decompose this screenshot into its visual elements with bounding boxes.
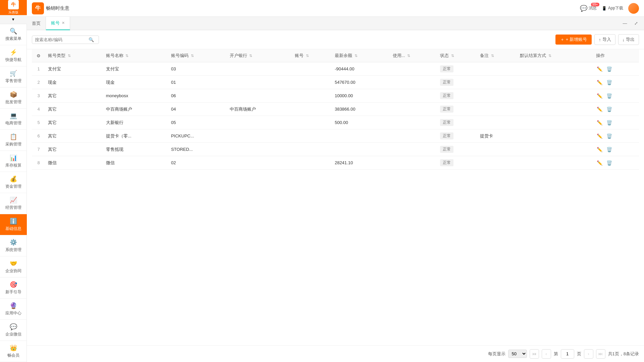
sidebar-item-inventory[interactable]: 📊 库存核算	[0, 151, 27, 172]
col-default-settlement[interactable]: 默认结算方式 ⇅	[517, 49, 593, 62]
row-balance	[332, 129, 390, 143]
sidebar-item-quicknav[interactable]: ⚡ 快捷导航	[0, 45, 27, 66]
row-type: 现金	[45, 76, 103, 89]
col-name[interactable]: 账号名称 ⇅	[103, 49, 168, 62]
row-type: 其它	[45, 129, 103, 143]
row-balance: 500.00	[332, 116, 390, 129]
col-type[interactable]: 账号类型 ⇅	[45, 49, 103, 62]
chevron-down-icon: ▾	[12, 17, 14, 22]
row-default-settlement	[517, 89, 593, 103]
tab-home[interactable]: 首页	[27, 17, 46, 30]
first-page-button[interactable]: ⏮	[530, 349, 539, 359]
tab-minimize-button[interactable]: —	[620, 19, 630, 28]
delete-button[interactable]: 🗑️	[606, 93, 613, 99]
tab-maximize-button[interactable]: ⤢	[631, 19, 641, 28]
edit-button[interactable]: ✏️	[596, 133, 603, 139]
download-button[interactable]: 📱 App下载	[602, 5, 623, 11]
delete-button[interactable]: 🗑️	[606, 79, 613, 86]
row-usage	[390, 62, 437, 76]
edit-button[interactable]: ✏️	[596, 119, 603, 126]
sidebar-item-enterprise[interactable]: 🤝 企业协同	[0, 256, 27, 278]
messages-label: 消息	[589, 5, 597, 11]
row-status: 正常	[437, 62, 477, 76]
row-name: 大新银行	[103, 116, 168, 129]
edit-button[interactable]: ✏️	[596, 160, 603, 166]
topbar: 牛 畅销时生意 💬 消息 99+ 📱 App下载	[27, 0, 644, 17]
sidebar-item-appcenter[interactable]: 🔮 应用中心	[0, 299, 27, 320]
sidebar-item-finance[interactable]: 💰 资金管理	[0, 172, 27, 193]
tab-close-icon[interactable]: ✕	[62, 21, 65, 25]
col-code[interactable]: 账号编码 ⇅	[168, 49, 227, 62]
last-page-button[interactable]: ⏭	[596, 349, 605, 359]
sidebar-item-operations[interactable]: 📈 经营管理	[0, 193, 27, 214]
row-num: 8	[32, 156, 45, 170]
toolbar-left: 🔍	[32, 36, 99, 44]
row-bank: 中百商场账户	[227, 103, 292, 116]
row-account	[292, 143, 332, 156]
sidebar-item-system[interactable]: ⚙️ 系统管理	[0, 235, 27, 256]
row-actions: ✏️ 🗑️	[593, 116, 639, 129]
row-usage	[390, 103, 437, 116]
row-status: 正常	[437, 129, 477, 143]
row-balance: 28241.10	[332, 156, 390, 170]
col-settings[interactable]: ⚙	[32, 49, 45, 62]
edit-button[interactable]: ✏️	[596, 66, 603, 72]
col-bank[interactable]: 开户银行 ⇅	[227, 49, 292, 62]
row-code: PICKUPC...	[168, 129, 227, 143]
tab-account[interactable]: 账号 ✕	[46, 17, 70, 30]
delete-button[interactable]: 🗑️	[606, 106, 613, 113]
tab-home-label: 首页	[32, 20, 41, 26]
delete-button[interactable]: 🗑️	[606, 66, 613, 72]
sidebar-item-wechat[interactable]: 💬 企业微信	[0, 320, 27, 341]
col-usage[interactable]: 使用... ⇅	[390, 49, 437, 62]
messages-button[interactable]: 💬 消息 99+	[580, 5, 597, 12]
col-account[interactable]: 账号 ⇅	[292, 49, 332, 62]
import-button[interactable]: ↑ 导入	[594, 34, 615, 45]
sidebar-item-guide[interactable]: 🎯 新手引导	[0, 278, 27, 299]
sidebar-item-retail[interactable]: 🛒 零售管理	[0, 66, 27, 87]
content-area: 🔍 ＋ + 新增账号 ↑ 导入 ↓ 导出	[27, 30, 644, 362]
col-balance[interactable]: 最新余额 ⇅	[332, 49, 390, 62]
col-remark[interactable]: 备注 ⇅	[477, 49, 517, 62]
sidebar-item-member[interactable]: 👑 畅会员	[0, 341, 27, 362]
delete-button[interactable]: 🗑️	[606, 160, 613, 166]
edit-button[interactable]: ✏️	[596, 93, 603, 99]
row-actions: ✏️ 🗑️	[593, 143, 639, 156]
topbar-logo: 牛	[32, 2, 44, 14]
row-type: 微信	[45, 156, 103, 170]
edit-button[interactable]: ✏️	[596, 146, 603, 153]
row-balance: 547670.00	[332, 76, 390, 89]
sidebar-dropdown[interactable]: ▾	[0, 15, 27, 24]
row-status: 正常	[437, 103, 477, 116]
sidebar-item-wholesale[interactable]: 📦 批发管理	[0, 87, 27, 109]
next-page-button[interactable]: ›	[584, 349, 593, 359]
page-size-select[interactable]: 50 100	[508, 350, 527, 358]
col-status[interactable]: 状态 ⇅	[437, 49, 477, 62]
edit-button[interactable]: ✏️	[596, 106, 603, 113]
row-default-settlement	[517, 129, 593, 143]
row-name: 现金	[103, 76, 168, 89]
sidebar-item-basic-info[interactable]: ℹ️ 基础信息	[0, 214, 27, 235]
delete-button[interactable]: 🗑️	[606, 119, 613, 126]
table-row: 1 支付宝 支付宝 03 -90444.00 正常 ✏️ 🗑️	[32, 62, 639, 76]
page-input[interactable]	[561, 349, 574, 359]
sidebar-item-search[interactable]: 🔍 搜索菜单	[0, 24, 27, 45]
sidebar: 牛 乐惠版 ▾ 🔍 搜索菜单 ⚡ 快捷导航 🛒 零售管理 📦 批发管理 💻 电商…	[0, 0, 27, 362]
export-button[interactable]: ↓ 导出	[618, 34, 639, 45]
row-type: 其它	[45, 116, 103, 129]
search-input[interactable]	[35, 37, 89, 42]
avatar[interactable]	[628, 3, 639, 14]
col-action: 操作	[593, 49, 639, 62]
add-account-button[interactable]: ＋ + 新增账号	[555, 35, 592, 45]
delete-button[interactable]: 🗑️	[606, 146, 613, 153]
row-remark: 提货卡	[477, 129, 517, 143]
row-account	[292, 76, 332, 89]
row-type: 其它	[45, 103, 103, 116]
prev-page-button[interactable]: ‹	[542, 349, 551, 359]
sidebar-item-ecommerce[interactable]: 💻 电商管理	[0, 109, 27, 130]
delete-button[interactable]: 🗑️	[606, 133, 613, 139]
edit-button[interactable]: ✏️	[596, 79, 603, 86]
sidebar-item-purchase[interactable]: 📋 采购管理	[0, 130, 27, 151]
search-icon[interactable]: 🔍	[89, 37, 94, 42]
row-bank	[227, 156, 292, 170]
